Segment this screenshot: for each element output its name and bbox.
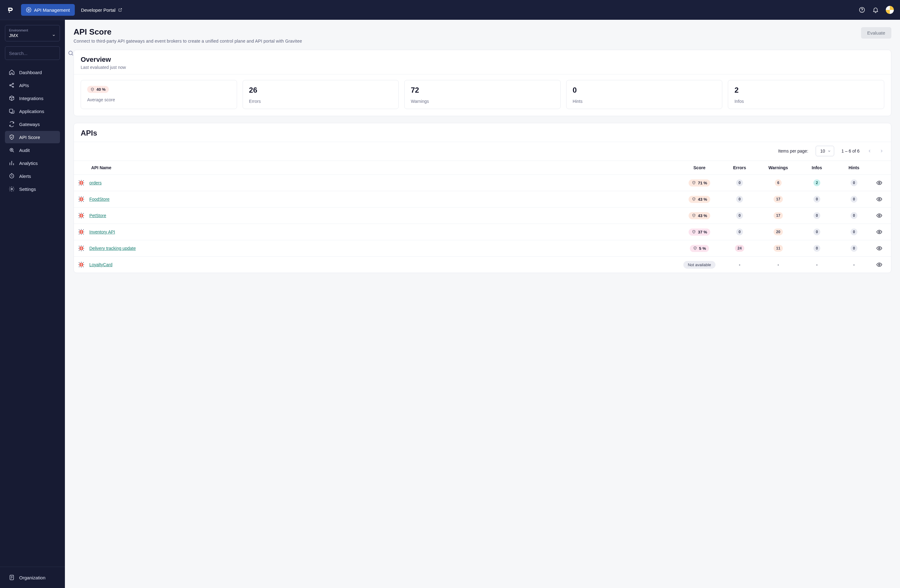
svg-point-16 (81, 180, 82, 181)
overview-card: Overview Last evaluated just now 40 % Av… (74, 50, 891, 116)
stat-errors: 26 Errors (243, 80, 399, 109)
overview-title: Overview (81, 56, 884, 63)
svg-point-25 (81, 197, 82, 197)
infos-badge: 2 (813, 179, 821, 186)
sidebar-item-settings[interactable]: Settings (5, 183, 60, 195)
search-box[interactable] (5, 46, 60, 60)
pager-prev[interactable] (867, 148, 872, 154)
errors-badge: 0 (736, 229, 743, 235)
eye-icon[interactable] (876, 245, 887, 251)
api-link[interactable]: PetStore (89, 213, 106, 218)
svg-point-39 (81, 218, 82, 218)
integrations-icon (9, 95, 15, 101)
api-score-icon (9, 134, 15, 140)
sidebar-item-gateways[interactable]: Gateways (5, 118, 60, 130)
page-subtitle: Connect to third-party API gateways and … (74, 39, 302, 43)
sidebar-footer: Organization (0, 567, 65, 588)
hints-badge: 0 (850, 229, 858, 235)
page-size-select[interactable]: 10 (816, 146, 834, 156)
sidebar-item-label: Integrations (19, 96, 43, 101)
col-name: API Name (74, 161, 678, 175)
environment-selector[interactable]: Environment JMX (5, 25, 60, 42)
evaluate-button[interactable]: Evaluate (861, 27, 891, 39)
svg-point-61 (81, 262, 82, 263)
organization-icon (9, 574, 15, 580)
svg-point-66 (81, 267, 82, 268)
search-input[interactable] (9, 51, 68, 56)
warnings-badge: 17 (774, 212, 782, 219)
nav-api-management[interactable]: API Management (21, 4, 75, 16)
svg-point-21 (81, 185, 82, 186)
table-row: LoyaltyCard Not available - - - - (74, 257, 891, 273)
eye-icon[interactable] (876, 212, 887, 219)
avatar[interactable] (886, 6, 894, 14)
api-link[interactable]: FoodStore (89, 197, 109, 202)
bell-icon[interactable] (872, 6, 879, 13)
sidebar-item-api-score[interactable]: API Score (5, 131, 60, 143)
svg-point-60 (79, 262, 79, 263)
api-link[interactable]: Inventory API (89, 229, 115, 234)
items-per-page-label: Items per page: (778, 149, 808, 153)
shield-icon (692, 214, 696, 218)
api-link[interactable]: LoyaltyCard (89, 262, 113, 267)
apis-icon (9, 82, 15, 88)
infos-badge: 0 (813, 245, 821, 252)
sidebar-item-label: Analytics (19, 161, 38, 166)
sidebar-item-label: Dashboard (19, 70, 42, 75)
infos-badge: 0 (813, 212, 821, 219)
gear-icon (26, 7, 31, 13)
svg-point-53 (83, 246, 84, 246)
table-row: PetStore 43 % 0 17 0 0 (74, 207, 891, 224)
api-link[interactable]: Delivery tracking update (89, 246, 136, 251)
svg-point-54 (79, 248, 79, 249)
score-chip: 43 % (689, 212, 710, 219)
svg-point-45 (79, 232, 79, 232)
sidebar-item-organization[interactable]: Organization (5, 571, 60, 584)
api-icon (78, 195, 85, 203)
col-errors: Errors (721, 161, 758, 175)
eye-icon[interactable] (876, 196, 887, 202)
svg-point-30 (81, 201, 82, 202)
apis-table: API Name Score Errors Warnings Infos Hin… (74, 161, 891, 273)
svg-point-44 (83, 229, 84, 230)
dashboard-icon (9, 69, 15, 75)
api-link[interactable]: orders (89, 180, 102, 185)
svg-point-20 (79, 185, 79, 185)
env-label: Environment (9, 28, 56, 32)
hints-badge: 0 (850, 212, 858, 219)
help-icon[interactable] (858, 6, 865, 13)
score-chip: 5 % (690, 245, 709, 252)
page-title: API Score (74, 27, 302, 37)
sidebar-item-applications[interactable]: Applications (5, 105, 60, 118)
logo-icon[interactable] (6, 6, 14, 14)
sidebar-item-dashboard[interactable]: Dashboard (5, 66, 60, 79)
nav-developer-portal[interactable]: Developer Portal (76, 4, 127, 16)
shield-icon (692, 181, 696, 185)
eye-icon[interactable] (876, 229, 887, 235)
sidebar-item-alerts[interactable]: Alerts (5, 170, 60, 182)
hints-badge: 0 (850, 245, 858, 252)
eye-icon[interactable] (876, 180, 887, 186)
score-chip: 37 % (689, 229, 710, 236)
svg-point-56 (79, 250, 79, 251)
sidebar-item-integrations[interactable]: Integrations (5, 92, 60, 104)
sidebar-item-label: Gateways (19, 122, 40, 127)
overview-subtitle: Last evaluated just now (81, 65, 884, 70)
alerts-icon (9, 173, 15, 179)
pager-next[interactable] (879, 148, 884, 154)
sidebar-item-audit[interactable]: Audit (5, 144, 60, 156)
svg-point-47 (79, 234, 79, 234)
score-chip: 43 % (689, 196, 710, 203)
svg-point-38 (79, 217, 79, 218)
sidebar-item-apis[interactable]: APIs (5, 79, 60, 91)
eye-icon[interactable] (876, 262, 887, 268)
stat-hints: 0 Hints (566, 80, 723, 109)
analytics-icon (9, 160, 15, 166)
nav-label: API Management (34, 8, 70, 13)
svg-point-63 (79, 265, 79, 265)
pager: Items per page: 10 1 – 6 of 6 (74, 142, 891, 161)
warnings-badge: 11 (774, 245, 782, 252)
sidebar-item-analytics[interactable]: Analytics (5, 157, 60, 169)
pager-range: 1 – 6 of 6 (842, 149, 860, 153)
svg-point-49 (83, 234, 84, 234)
